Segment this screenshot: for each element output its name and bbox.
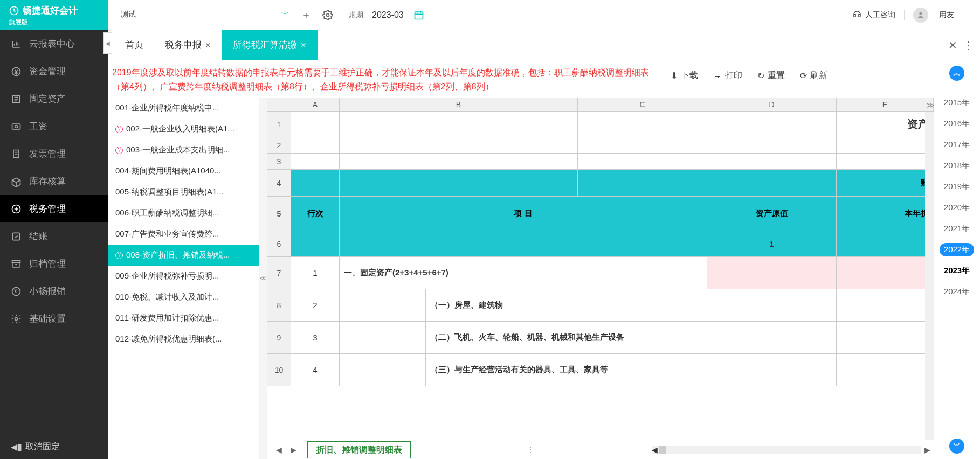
form-list-item[interactable]: 005-纳税调整项目明细表(A1... bbox=[108, 182, 259, 203]
form-list-item[interactable]: ?002-一般企业收入明细表(A1... bbox=[108, 119, 259, 140]
year-option[interactable]: 2024年 bbox=[940, 285, 974, 298]
head-orig[interactable]: 资产原值 bbox=[707, 197, 837, 231]
sidebar-collapse-toggle[interactable]: ◀ bbox=[103, 32, 112, 54]
tab-more-icon[interactable]: ⋮ bbox=[963, 39, 974, 52]
sheet-prev-icon[interactable]: ◀ bbox=[276, 446, 282, 454]
tab[interactable]: 税务申报✕ bbox=[154, 30, 222, 60]
year-option[interactable]: 2021年 bbox=[940, 222, 974, 235]
horizontal-scrollbar[interactable]: ◀ bbox=[652, 446, 921, 454]
subcol-num[interactable]: 1 bbox=[707, 231, 837, 256]
form-list-item[interactable]: 007-广告费和业务宣传费跨... bbox=[108, 224, 259, 245]
cell[interactable] bbox=[707, 289, 837, 321]
row-header[interactable]: 9 bbox=[267, 322, 291, 353]
sidebar-item-settings[interactable]: 基础设置 bbox=[0, 305, 108, 332]
year-option[interactable]: 2020年 bbox=[940, 201, 974, 214]
year-option[interactable]: 2018年 bbox=[940, 159, 974, 172]
form-list-item[interactable]: 009-企业所得税弥补亏损明... bbox=[108, 266, 259, 287]
cell[interactable] bbox=[340, 354, 426, 386]
cell[interactable] bbox=[707, 322, 837, 353]
reset-button[interactable]: ↻重置 bbox=[757, 70, 785, 81]
year-down-button[interactable]: ︾ bbox=[949, 439, 964, 454]
cell[interactable] bbox=[340, 322, 426, 353]
col-header[interactable]: A bbox=[291, 98, 340, 111]
close-icon[interactable]: ✕ bbox=[205, 41, 211, 50]
cell[interactable] bbox=[837, 322, 934, 353]
row-header[interactable]: 3 bbox=[267, 154, 291, 169]
sheet-collapse-icon[interactable]: ≫ bbox=[927, 101, 935, 109]
user-name[interactable]: 用友 bbox=[937, 10, 969, 20]
sidebar-item-refund[interactable]: 小畅报销 bbox=[0, 277, 108, 305]
row-header[interactable]: 5 bbox=[267, 197, 291, 231]
sheet-next-icon[interactable]: ▶ bbox=[291, 446, 296, 454]
form-list-item[interactable]: ?008-资产折旧、摊销及纳税... bbox=[108, 245, 259, 266]
year-option[interactable]: 2016年 bbox=[940, 117, 974, 130]
print-button[interactable]: 🖨打印 bbox=[713, 70, 742, 81]
row-header[interactable]: 6 bbox=[267, 231, 291, 256]
sheet-tab[interactable]: 折旧、摊销调整明细表 bbox=[307, 441, 411, 458]
sidebar-item-stock[interactable]: 库存核算 bbox=[0, 168, 108, 195]
cell[interactable] bbox=[837, 354, 934, 386]
sidebar-item-archive[interactable]: 归档管理 bbox=[0, 250, 108, 277]
form-list-item[interactable]: 010-免税、减计收入及加计... bbox=[108, 287, 259, 308]
refresh-button[interactable]: ⟳刷新 bbox=[800, 70, 827, 81]
calendar-icon[interactable] bbox=[412, 9, 425, 22]
sidebar-item-close-acct[interactable]: 结账 bbox=[0, 222, 108, 250]
col-header[interactable]: E bbox=[837, 98, 934, 111]
unpin-button[interactable]: ◀▮ 取消固定 bbox=[0, 435, 108, 459]
sheet-title[interactable]: 资产 bbox=[837, 112, 934, 137]
row-header[interactable]: 1 bbox=[267, 112, 291, 137]
avatar[interactable] bbox=[913, 8, 928, 23]
cell[interactable]: 1 bbox=[291, 257, 340, 289]
form-list-item[interactable]: 011-研发费用加计扣除优惠... bbox=[108, 308, 259, 329]
consult-button[interactable]: 人工咨询 bbox=[852, 9, 895, 20]
cell[interactable]: （二）飞机、火车、轮船、机器、机械和其他生产设备 bbox=[426, 322, 707, 353]
form-list-item[interactable]: 006-职工薪酬纳税调整明细... bbox=[108, 203, 259, 224]
row-header[interactable]: 8 bbox=[267, 289, 291, 321]
sidebar-item-invoice[interactable]: 发票管理 bbox=[0, 140, 108, 168]
form-list-item[interactable]: 004-期间费用明细表(A1040... bbox=[108, 161, 259, 182]
col-header[interactable]: C bbox=[578, 98, 707, 111]
cell[interactable]: （一）房屋、建筑物 bbox=[426, 289, 707, 321]
sidebar-item-wage[interactable]: 工资 bbox=[0, 113, 108, 140]
add-button[interactable]: ＋ bbox=[300, 9, 313, 22]
company-selector[interactable]: 测试 ﹀ bbox=[119, 6, 291, 23]
year-option[interactable]: 2023年 bbox=[940, 264, 974, 277]
sidebar-item-tax[interactable]: 税务管理 bbox=[0, 195, 108, 222]
tab-close-all-icon[interactable]: ✕ bbox=[948, 39, 957, 52]
cell[interactable] bbox=[837, 289, 934, 321]
vertical-scrollbar[interactable] bbox=[925, 112, 934, 440]
sheet-resize-handle[interactable]: ⋮ bbox=[411, 446, 652, 454]
scroll-right-icon[interactable]: ▶ bbox=[921, 446, 934, 454]
row-header[interactable]: 7 bbox=[267, 257, 291, 289]
col-header[interactable]: D bbox=[707, 98, 837, 111]
cell[interactable] bbox=[707, 257, 837, 289]
head-seq[interactable]: 行次 bbox=[291, 197, 340, 231]
cell[interactable]: （三）与生产经营活动有关的器具、工具、家具等 bbox=[426, 354, 707, 386]
row-header[interactable]: 10 bbox=[267, 354, 291, 386]
head-dep[interactable]: 本年折 bbox=[837, 197, 934, 231]
cell[interactable]: 一、固定资产(2+3+4+5+6+7) bbox=[340, 257, 707, 289]
row-header[interactable]: 4 bbox=[267, 170, 291, 196]
cell[interactable]: 2 bbox=[291, 289, 340, 321]
year-up-button[interactable]: ︽ bbox=[949, 66, 964, 81]
download-button[interactable]: ⬇下载 bbox=[671, 70, 698, 81]
year-option[interactable]: 2015年 bbox=[940, 96, 974, 109]
col-header[interactable]: B bbox=[340, 98, 578, 111]
tab[interactable]: 所得税汇算清缴✕ bbox=[222, 30, 318, 60]
sidebar-item-money[interactable]: 资金管理 bbox=[0, 58, 108, 85]
row-header[interactable]: 2 bbox=[267, 137, 291, 153]
tab[interactable]: 首页 bbox=[114, 30, 154, 60]
close-icon[interactable]: ✕ bbox=[300, 41, 307, 50]
year-option[interactable]: 2019年 bbox=[940, 180, 974, 193]
sidebar-item-chart[interactable]: 云报表中心 bbox=[0, 30, 108, 58]
settings-icon[interactable] bbox=[321, 9, 334, 22]
sidebar-item-asset[interactable]: 固定资产 bbox=[0, 85, 108, 113]
form-list-item[interactable]: 001-企业所得税年度纳税申... bbox=[108, 98, 259, 119]
head-item[interactable]: 项 目 bbox=[340, 197, 707, 231]
form-list-item[interactable]: ?003-一般企业成本支出明细... bbox=[108, 140, 259, 161]
cell[interactable] bbox=[707, 354, 837, 386]
cell[interactable]: 4 bbox=[291, 354, 340, 386]
cell[interactable] bbox=[837, 257, 934, 289]
form-list-collapse[interactable]: ≪ bbox=[259, 98, 267, 459]
year-option[interactable]: 2022年 bbox=[940, 243, 974, 256]
